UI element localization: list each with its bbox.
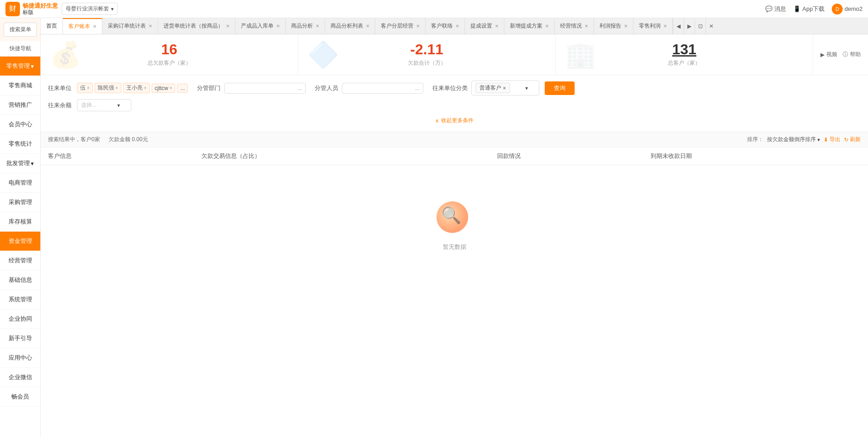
debt-amount-bg-icon: 🔷 <box>307 40 339 70</box>
tab-close-icon[interactable]: ✕ <box>276 24 280 28</box>
tab-close-icon[interactable]: ✕ <box>456 24 459 28</box>
tab-close-icon[interactable]: ✕ <box>366 24 369 28</box>
filter-row-2: 往来余额 选择... ▾ <box>48 99 861 111</box>
sidebar: 搜索菜单 快捷导航 零售管理 ▾ 零售商城 营销推广 会员中心 零售统计 批发管… <box>0 18 41 437</box>
tab-close-icon[interactable]: ✕ <box>149 24 152 28</box>
tab-close-icon[interactable]: ✕ <box>416 24 420 28</box>
collapse-btn[interactable]: ∧ 收起更多条件 <box>432 115 477 126</box>
video-btn[interactable]: ▶ 视频 <box>820 51 837 58</box>
tab-close-icon[interactable]: ✕ <box>585 24 588 28</box>
tag-close-icon[interactable]: × <box>87 86 90 90</box>
tag-close-icon[interactable]: × <box>170 86 173 90</box>
unit-type-filter: 往来单位分类 普通客户 × ▾ <box>432 81 539 95</box>
sort-chevron-icon: ▾ <box>817 137 820 143</box>
sidebar-item-label: 批发管理 <box>6 159 30 167</box>
sidebar-item-basic-info[interactable]: 基础信息 <box>0 271 40 290</box>
tab-purchase-stats[interactable]: 采购订单统计表 ✕ <box>102 18 158 34</box>
query-button[interactable]: 查询 <box>545 81 575 95</box>
sidebar-item-retail-stats[interactable]: 零售统计 <box>0 134 40 154</box>
user-menu[interactable]: D demo2 <box>832 4 863 14</box>
sidebar-quick-nav[interactable]: 快捷导航 <box>0 41 40 57</box>
account-label: 母婴行业演示帐套 <box>66 5 109 13</box>
tag-close-icon[interactable]: × <box>144 86 147 90</box>
messages-btn[interactable]: 💬 消息 <box>765 5 786 13</box>
tab-close-all-btn[interactable]: ✕ <box>705 18 716 34</box>
tab-expand-btn[interactable]: ⊡ <box>695 18 705 34</box>
person-input[interactable]: ... <box>342 83 423 94</box>
download-icon: ⬇ <box>824 137 828 143</box>
tab-close-icon[interactable]: ✕ <box>226 24 230 28</box>
tab-purchase-inventory[interactable]: 进货单统计表（按商品） ✕ <box>158 18 235 34</box>
tab-new-promotion[interactable]: 新增提成方案 ✕ <box>504 18 555 34</box>
help-btn[interactable]: ⓘ 帮助 <box>843 51 861 58</box>
sidebar-item-members[interactable]: 会员中心 <box>0 115 40 134</box>
tab-promotion-settings[interactable]: 提成设置 ✕ <box>465 18 504 34</box>
sidebar-item-member-club[interactable]: 畅会员 <box>0 387 40 407</box>
message-icon: 💬 <box>765 5 772 12</box>
unit-tag-wu[interactable]: 伍 × <box>77 83 93 93</box>
tab-goods-analysis[interactable]: 商品分析 ✕ <box>286 18 325 34</box>
tab-label: 进货单统计表（按商品） <box>163 22 223 30</box>
dept-input[interactable]: ... <box>224 83 306 94</box>
balance-select[interactable]: 选择... ▾ <box>77 99 131 111</box>
tab-product-purchase[interactable]: 产成品入库单 ✕ <box>235 18 286 34</box>
sidebar-item-finance[interactable]: 资金管理 <box>0 232 40 251</box>
tab-close-icon[interactable]: ✕ <box>316 24 319 28</box>
refresh-btn[interactable]: ↻ 刷新 <box>844 136 861 143</box>
sort-area: 排序： 按欠款金额倒序排序 ▾ ⬇ 导出 ↻ 刷新 <box>747 136 861 143</box>
sidebar-item-ecommerce[interactable]: 电商管理 <box>0 173 40 193</box>
sidebar-item-label: 零售统计 <box>9 140 32 147</box>
sidebar-item-newbie[interactable]: 新手引导 <box>0 329 40 348</box>
tab-close-icon[interactable]: ✕ <box>545 24 549 28</box>
sidebar-item-marketing[interactable]: 营销推广 <box>0 95 40 115</box>
dept-filter: 分管部门 ... <box>197 83 306 94</box>
tab-goods-analysis-list[interactable]: 商品分析列表 ✕ <box>325 18 375 34</box>
sidebar-item-label: 企业协同 <box>9 315 32 322</box>
tab-close-icon[interactable]: ✕ <box>495 24 499 28</box>
sidebar-item-enterprise[interactable]: 企业协同 <box>0 309 40 329</box>
tab-customer-ledger[interactable]: 客户账本 ✕ <box>63 18 102 34</box>
stats-row: 💰 16 总欠款客户（家） 🔷 -2.11 欠款合计（万） <box>41 34 868 75</box>
phone-icon: 📱 <box>793 5 801 12</box>
sidebar-item-batch-mgmt[interactable]: 批发管理 ▾ <box>0 154 40 173</box>
tab-prev-btn[interactable]: ◀ <box>673 18 684 34</box>
tab-retail-profit[interactable]: 零售利润 ✕ <box>633 18 673 34</box>
sidebar-item-inventory[interactable]: 库存核算 <box>0 212 40 232</box>
sort-select[interactable]: 按欠款金额倒序排序 ▾ <box>767 136 820 143</box>
tab-customer-segment[interactable]: 客户分层经营 ✕ <box>375 18 426 34</box>
debt-amount-label: 欠款合计（万） <box>408 59 446 67</box>
tab-close-icon[interactable]: ✕ <box>624 24 628 28</box>
sidebar-item-operations[interactable]: 经营管理 <box>0 251 40 271</box>
account-dropdown[interactable]: 母婴行业演示帐套 ▾ <box>62 3 118 15</box>
sidebar-item-app-center[interactable]: 应用中心 <box>0 348 40 368</box>
sidebar-item-sys-mgmt[interactable]: 系统管理 <box>0 290 40 309</box>
tab-home[interactable]: 首页 <box>41 18 63 34</box>
tab-ops-status[interactable]: 经营情况 ✕ <box>555 18 594 34</box>
unit-tag-wang[interactable]: 王小亮 × <box>123 83 150 93</box>
tag-close-icon[interactable]: × <box>115 86 118 90</box>
tab-customer-contact[interactable]: 客户联络 ✕ <box>426 18 465 34</box>
sort-label: 排序： <box>747 136 763 143</box>
sidebar-item-retail-mgmt[interactable]: 零售管理 ▾ <box>0 57 40 76</box>
unit-type-close-icon[interactable]: × <box>503 85 506 91</box>
sidebar-item-corp-wechat[interactable]: 企业微信 <box>0 368 40 387</box>
refresh-label: 刷新 <box>850 136 861 143</box>
unit-tag-cjttcw[interactable]: cjttcw × <box>152 84 176 93</box>
sidebar-item-purchase[interactable]: 采购管理 <box>0 193 40 212</box>
search-result-text: 搜索结果中，客户0家 <box>48 136 100 142</box>
export-btn[interactable]: ⬇ 导出 <box>824 136 840 143</box>
app-download-btn[interactable]: 📱 App下载 <box>793 5 825 13</box>
unit-tag-more[interactable]: ... <box>177 84 188 93</box>
app-download-label: App下载 <box>802 5 825 13</box>
total-customers-value: 131 <box>668 42 700 57</box>
tab-next-btn[interactable]: ▶ <box>684 18 695 34</box>
tab-close-icon[interactable]: ✕ <box>93 24 96 29</box>
sidebar-search-btn[interactable]: 搜索菜单 <box>4 23 37 37</box>
tab-close-icon[interactable]: ✕ <box>663 24 667 28</box>
stats-section: 💰 16 总欠款客户（家） 🔷 -2.11 欠款合计（万） <box>41 34 868 75</box>
sidebar-item-retail-mall[interactable]: 零售商城 <box>0 76 40 95</box>
unit-tag-chen[interactable]: 陈民强 × <box>95 83 121 93</box>
unit-type-select[interactable]: 普通客户 × ▾ <box>471 81 539 95</box>
debt-amount-text: 欠款金额 0.00元 <box>109 136 148 142</box>
tab-profit-report[interactable]: 利润报告 ✕ <box>594 18 633 34</box>
